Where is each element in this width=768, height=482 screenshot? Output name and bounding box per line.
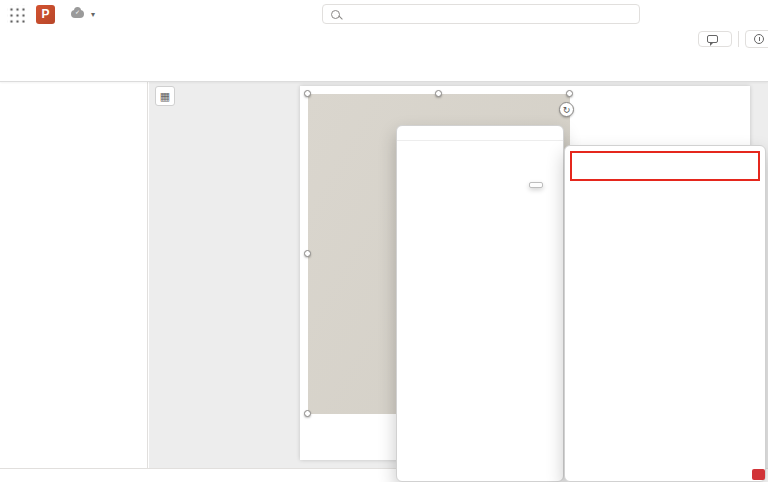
corner-red-icon[interactable] <box>752 469 765 480</box>
color-picker-region <box>571 152 759 180</box>
search-box[interactable] <box>322 4 640 24</box>
search-icon <box>331 10 340 19</box>
menubar-right <box>698 30 768 48</box>
color-tooltip <box>529 182 543 188</box>
ribbon <box>0 52 768 82</box>
powerpoint-web-app <box>0 0 768 482</box>
catch-up-icon <box>754 34 764 44</box>
chevron-down-icon[interactable] <box>91 10 95 19</box>
menubar-divider <box>738 31 739 47</box>
comments-button[interactable] <box>698 31 732 47</box>
menu-bar <box>0 28 768 52</box>
rotate-handle[interactable] <box>559 102 574 117</box>
canvas-grid-button[interactable] <box>155 86 175 106</box>
slides-panel <box>0 82 148 468</box>
picture-border-submenu <box>564 145 766 482</box>
save-status-icon <box>71 10 84 18</box>
selection-handle-top-middle[interactable] <box>435 90 442 97</box>
catch-up-button[interactable] <box>745 30 768 48</box>
selection-handle-bottom-left[interactable] <box>304 410 311 417</box>
selection-handle-top-left[interactable] <box>304 90 311 97</box>
search-input[interactable] <box>346 8 631 20</box>
comment-icon <box>707 35 718 43</box>
context-quick-icons <box>397 126 563 141</box>
selection-handle-top-right[interactable] <box>566 90 573 97</box>
powerpoint-logo-icon[interactable] <box>36 5 55 24</box>
app-launcher-icon[interactable] <box>7 5 25 23</box>
selection-handle-middle-left[interactable] <box>304 250 311 257</box>
topbar <box>0 0 768 28</box>
context-menu <box>396 125 564 482</box>
